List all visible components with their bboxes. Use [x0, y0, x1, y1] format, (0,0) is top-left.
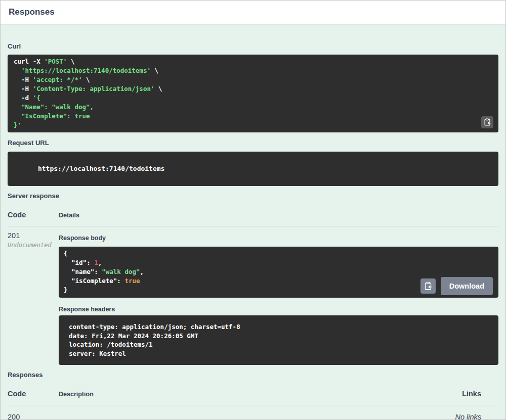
response-header-line: date: Fri,22 Mar 2024 20:26:05 GMT	[69, 332, 488, 341]
status-code: 201	[8, 231, 59, 240]
copy-to-clipboard-button[interactable]	[420, 278, 436, 294]
responses-table-header: Code Description Links	[8, 390, 498, 398]
curl-label: Curl	[8, 42, 498, 50]
response-details-cell: Response body { "id": 1, "name": "walk d…	[59, 231, 498, 365]
curl-line: curl -X 'POST' \	[14, 57, 492, 66]
response-row-200: 200 No links	[8, 405, 498, 420]
response-header-line: location: /todoitems/1	[69, 340, 488, 349]
curl-line: "Name": "walk dog",	[14, 103, 492, 112]
response-body-block: { "id": 1, "name": "walk dog", "isComple…	[59, 247, 498, 298]
code-column-header: Code	[8, 390, 59, 398]
request-url-value: https://localhost:7140/todoitems	[38, 165, 164, 172]
curl-line: "IsComplete": true	[14, 112, 492, 121]
curl-command-block: curl -X 'POST' \ 'https://localhost:7140…	[8, 55, 498, 132]
json-line: "name": "walk dog",	[64, 267, 493, 276]
code-column-header: Code	[8, 211, 59, 219]
details-column-header: Details	[59, 212, 498, 219]
status-code-cell: 201 Undocumented	[8, 231, 59, 365]
request-url-label: Request URL	[8, 139, 498, 147]
response-header-line: server: Kestrel	[69, 349, 488, 358]
json-line: "id": 1,	[64, 258, 493, 267]
response-body-label: Response body	[59, 235, 498, 242]
response-headers-block: content-type: application/json; charset=…	[59, 315, 498, 365]
server-response-table-header: Code Details	[8, 211, 498, 219]
curl-line: -H 'Content-Type: application/json' \	[14, 84, 492, 94]
links-column-header: Links	[417, 390, 498, 398]
server-response-table: Code Details 201 Undocumented Response b…	[8, 211, 498, 365]
server-response-label: Server response	[8, 192, 498, 200]
curl-line: 'https://localhost:7140/todoitems' \	[14, 66, 492, 75]
download-button[interactable]: Download	[441, 277, 493, 295]
curl-line: -H 'accept: */*' \	[14, 75, 492, 84]
response-links: No links	[417, 413, 498, 420]
clipboard-icon	[424, 282, 433, 291]
panel-header: Responses	[1, 1, 505, 24]
undocumented-note: Undocumented	[8, 242, 59, 249]
json-line: {	[64, 249, 493, 258]
status-code: 200	[8, 413, 59, 420]
curl-line: }'	[14, 121, 492, 130]
curl-line: -d '{	[14, 94, 492, 103]
response-headers-label: Response headers	[59, 306, 498, 313]
response-description	[59, 413, 417, 420]
server-response-row: 201 Undocumented Response body { "id": 1…	[8, 226, 498, 365]
response-header-line: content-type: application/json; charset=…	[69, 322, 488, 332]
responses-table: Code Description Links 200 No links	[8, 390, 498, 420]
copy-to-clipboard-button[interactable]	[481, 116, 493, 128]
curl-command: curl -X 'POST' \ 'https://localhost:7140…	[14, 57, 492, 130]
panel-title: Responses	[9, 7, 55, 17]
description-column-header: Description	[59, 391, 417, 398]
clipboard-icon	[483, 118, 491, 126]
responses-section-label: Responses	[8, 371, 498, 379]
responses-panel: Responses Curl curl -X 'POST' \ 'https:/…	[0, 0, 506, 420]
request-url-block: https://localhost:7140/todoitems	[8, 152, 498, 186]
panel-body: Curl curl -X 'POST' \ 'https://localhost…	[1, 24, 505, 420]
